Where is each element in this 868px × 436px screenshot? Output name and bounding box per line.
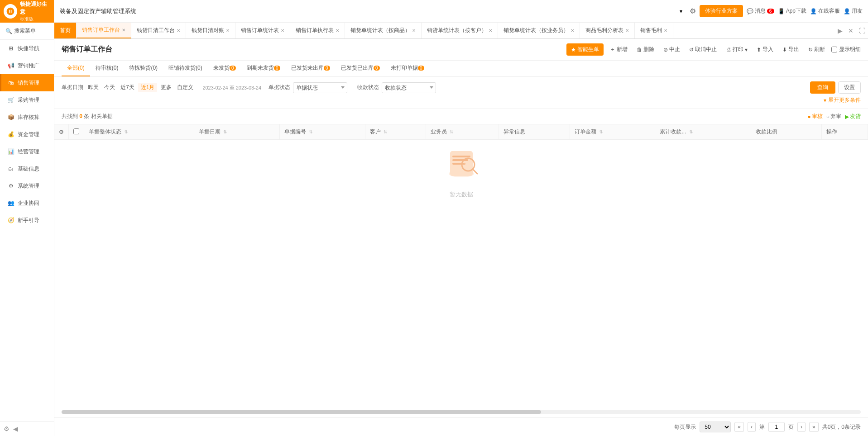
tab-sales-stats[interactable]: 销售订单统计表 ✕ bbox=[235, 23, 290, 38]
tab-cash-reconcile[interactable]: 钱货日清对账 ✕ bbox=[186, 23, 235, 38]
tab-close-sales-goods-stats[interactable]: ✕ bbox=[412, 28, 416, 33]
online-service-button[interactable]: 👤 在线客服 bbox=[810, 7, 840, 15]
tab-cash-daily[interactable]: 钱货日清工作台 ✕ bbox=[131, 23, 186, 38]
system-dropdown[interactable]: ▾ bbox=[680, 8, 682, 14]
review-button[interactable]: ● 审核 bbox=[808, 113, 823, 120]
th-status[interactable]: 单据整体状态 ⇅ bbox=[84, 124, 194, 140]
tab-sales-goods-stats[interactable]: 销货单统计表（按商品） ✕ bbox=[345, 23, 422, 38]
last-page-button[interactable]: » bbox=[809, 422, 819, 432]
sidebar-item-operations[interactable]: 📊 经营管理 bbox=[0, 143, 54, 160]
delete-button[interactable]: 🗑 删除 bbox=[634, 44, 657, 55]
tab-close-sales-revenue[interactable]: ✕ bbox=[664, 28, 667, 33]
search-menu-button[interactable]: 🔍 搜索菜单 bbox=[4, 25, 50, 37]
smart-generate-button[interactable]: ★ 智能生单 bbox=[566, 43, 604, 56]
subtab-not-shipped[interactable]: 未发货0 bbox=[208, 61, 241, 76]
no-data-illustration bbox=[439, 140, 484, 185]
sort-customer-icon: ⇅ bbox=[384, 129, 387, 134]
query-button[interactable]: 查询 bbox=[810, 81, 835, 94]
sidebar-settings-button[interactable]: ⚙ bbox=[4, 425, 10, 432]
sidebar-item-basic-info[interactable]: 🗂 基础信息 bbox=[0, 160, 54, 177]
total-info: 共0页，0条记录 bbox=[822, 423, 861, 431]
tab-close-sales-workbench[interactable]: ✕ bbox=[122, 28, 125, 33]
subtab-overdue-not-shipped[interactable]: 到期未发货0 bbox=[241, 61, 286, 76]
date-today-button[interactable]: 今天 bbox=[102, 83, 117, 92]
sidebar-collapse-button[interactable]: ◀ bbox=[13, 425, 18, 432]
sidebar-item-guide[interactable]: 🧭 新手引导 bbox=[0, 212, 54, 229]
next-page-button[interactable]: › bbox=[797, 422, 806, 432]
th-exception: 异常信息 bbox=[499, 124, 570, 140]
filter-row: 单据日期 昨天 今天 近7天 近1月 更多 自定义 2023-02-24 至 2… bbox=[62, 81, 861, 94]
sidebar-item-purchase[interactable]: 🛒 采购管理 bbox=[0, 91, 54, 109]
subtab-pending-inspection[interactable]: 待拣验货(0) bbox=[124, 61, 163, 76]
tab-scroll-right-button[interactable]: ▶ bbox=[835, 25, 845, 36]
sidebar-item-quick-nav[interactable]: ⊞ 快捷导航 bbox=[0, 40, 54, 57]
ship-button[interactable]: ▶ 发货 bbox=[845, 113, 861, 120]
tab-sales-revenue[interactable]: 销售毛利 ✕ bbox=[635, 23, 673, 38]
tab-home[interactable]: 首页 bbox=[54, 23, 77, 38]
cancel-review-button[interactable]: ○ 弃审 bbox=[826, 113, 841, 120]
setting-button[interactable]: 设置 bbox=[838, 81, 861, 94]
refresh-button[interactable]: ↻ 刷新 bbox=[806, 44, 828, 55]
tab-maximize-button[interactable]: ⛶ bbox=[856, 25, 868, 36]
payment-filter-select[interactable]: 收款状态 bbox=[382, 82, 436, 93]
tab-sales-workbench[interactable]: 销售订单工作台 ✕ bbox=[77, 23, 131, 38]
settings-icon-button[interactable]: ⚙ bbox=[690, 7, 696, 15]
tab-close-sales-stats[interactable]: ✕ bbox=[281, 28, 284, 33]
stop-button[interactable]: ⊘ 中止 bbox=[661, 44, 683, 55]
subtab-shipped-not-out[interactable]: 已发货未出库0 bbox=[286, 61, 336, 76]
prev-page-button[interactable]: ‹ bbox=[748, 422, 756, 432]
subtab-all[interactable]: 全部(0) bbox=[62, 61, 90, 76]
import-button[interactable]: ⬆ 导入 bbox=[754, 44, 776, 55]
tab-sales-customer-stats[interactable]: 销货单统计表（按客户） ✕ bbox=[422, 23, 498, 38]
tab-close-sales-customer-stats[interactable]: ✕ bbox=[489, 28, 492, 33]
export-button[interactable]: ⬇ 导出 bbox=[780, 44, 802, 55]
sidebar-item-marketing[interactable]: 📢 营销推广 bbox=[0, 57, 54, 74]
sidebar-item-enterprise[interactable]: 👥 企业协同 bbox=[0, 194, 54, 212]
tab-close-sales-exec[interactable]: ✕ bbox=[336, 28, 339, 33]
subtab-wangpu-pending[interactable]: 旺铺待发货(0) bbox=[163, 61, 208, 76]
sidebar-item-finance[interactable]: 💰 资金管理 bbox=[0, 126, 54, 143]
subtab-pending-review[interactable]: 待审核(0) bbox=[90, 61, 124, 76]
horizontal-scrollbar[interactable] bbox=[54, 407, 868, 417]
first-page-button[interactable]: « bbox=[734, 422, 744, 432]
per-page-select[interactable]: 50 10 20 100 bbox=[700, 422, 731, 432]
th-customer[interactable]: 客户 ⇅ bbox=[365, 124, 426, 140]
sidebar-item-system[interactable]: ⚙ 系统管理 bbox=[0, 177, 54, 194]
th-staff[interactable]: 业务员 ⇅ bbox=[426, 124, 499, 140]
sidebar-item-inventory[interactable]: 📦 库存核算 bbox=[0, 109, 54, 126]
th-date[interactable]: 单据日期 ⇅ bbox=[194, 124, 280, 140]
subtab-shipped-out[interactable]: 已发货已出库0 bbox=[336, 61, 385, 76]
user-profile-button[interactable]: 👤 用友 bbox=[844, 7, 863, 15]
status-filter-select[interactable]: 单据状态 bbox=[293, 82, 347, 93]
th-settings[interactable]: ⚙ bbox=[54, 124, 69, 140]
th-number[interactable]: 单据编号 ⇅ bbox=[279, 124, 365, 140]
expand-filter-button[interactable]: ▾ 展开更多条件 bbox=[824, 96, 861, 104]
tab-sales-staff-stats[interactable]: 销货单统计表（按业务员） ✕ bbox=[498, 23, 580, 38]
show-detail-checkbox-label[interactable]: 显示明细 bbox=[831, 46, 861, 53]
tab-close-all-button[interactable]: ✕ bbox=[845, 25, 856, 36]
subtab-not-printed[interactable]: 未打印单据0 bbox=[385, 61, 430, 76]
tab-goods-margin[interactable]: 商品毛利分析表 ✕ bbox=[580, 23, 635, 38]
show-detail-checkbox[interactable] bbox=[831, 47, 837, 52]
date-yesterday-button[interactable]: 昨天 bbox=[86, 83, 101, 92]
print-button[interactable]: 🖨 打印 ▾ bbox=[723, 44, 750, 55]
sidebar-item-sales[interactable]: 🛍 销售管理 bbox=[0, 74, 54, 91]
date-more-button[interactable]: 更多 bbox=[159, 83, 173, 92]
select-all-checkbox[interactable] bbox=[73, 128, 79, 134]
message-button[interactable]: 💬 消息 6 bbox=[747, 7, 774, 15]
th-collected[interactable]: 累计收款... ⇅ bbox=[655, 124, 751, 140]
date-1month-button[interactable]: 近1月 bbox=[138, 83, 158, 92]
tab-sales-exec[interactable]: 销售订单执行表 ✕ bbox=[290, 23, 345, 38]
page-input[interactable] bbox=[768, 422, 785, 432]
cancel-stop-button[interactable]: ↺ 取消中止 bbox=[686, 44, 719, 55]
industry-solution-button[interactable]: 体验行业方案 bbox=[700, 5, 743, 17]
tab-close-sales-staff-stats[interactable]: ✕ bbox=[571, 28, 574, 33]
date-custom-button[interactable]: 自定义 bbox=[175, 83, 195, 92]
tab-close-cash-reconcile[interactable]: ✕ bbox=[226, 28, 230, 33]
app-download-button[interactable]: 📱 App下载 bbox=[778, 7, 806, 15]
tab-close-cash-daily[interactable]: ✕ bbox=[177, 28, 180, 33]
date-7days-button[interactable]: 近7天 bbox=[119, 83, 136, 92]
tab-close-goods-margin[interactable]: ✕ bbox=[625, 28, 629, 33]
add-button[interactable]: ＋ 新增 bbox=[607, 44, 630, 55]
th-amount[interactable]: 订单金额 ⇅ bbox=[570, 124, 655, 140]
